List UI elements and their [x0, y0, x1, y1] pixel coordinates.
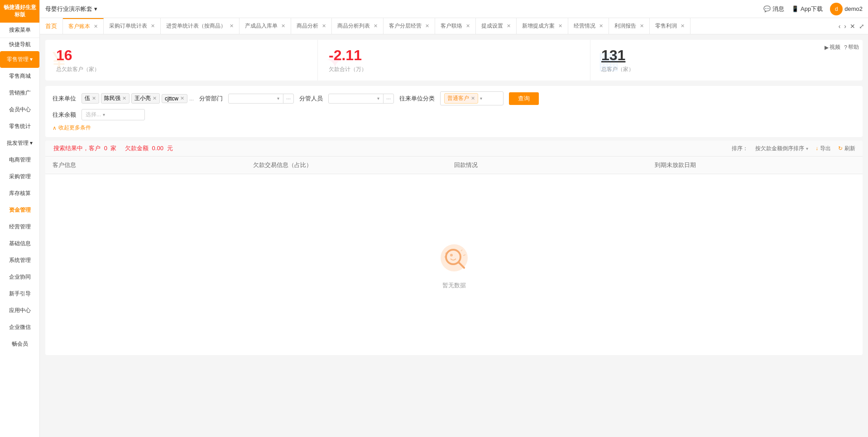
tab-home[interactable]: 首页 [40, 18, 63, 34]
tab-new-raise[interactable]: 新增提成方案 ✕ [517, 18, 568, 34]
tab-inbound-stats-close[interactable]: ✕ [230, 23, 234, 29]
collapse-up-icon: ∧ [53, 125, 57, 131]
user-profile[interactable]: d demo2 [830, 3, 863, 15]
tab-customer-tier-close[interactable]: ✕ [425, 23, 429, 29]
filter-dept-select[interactable]: ▾ ··· [228, 94, 294, 104]
filter-unit-type-select[interactable]: 普通客户 ✕ ▾ [440, 91, 504, 105]
video-help-area: ▶ 视频 ? 帮助 [825, 43, 859, 51]
tab-product-analysis-close[interactable]: ✕ [322, 23, 326, 29]
export-button[interactable]: ↓ 导出 [815, 145, 831, 152]
filter-dept-inner[interactable]: ▾ [229, 95, 283, 102]
org-selector[interactable]: 母婴行业演示帐套 ▾ [45, 5, 97, 13]
tab-customer-book-label: 客户账本 [68, 23, 90, 30]
filter-person-dots[interactable]: ··· [383, 94, 393, 103]
sidebar-item-search[interactable]: 搜索菜单 [0, 23, 39, 38]
tab-product-analysis-list-label: 商品分析列表 [337, 22, 370, 30]
sidebar-item-enterprise-wechat[interactable]: 企业微信 [0, 319, 39, 336]
table-wrapper: 搜索结果中，客户 0 家 欠款金额 0.00 元 排序： 按欠款金额倒序排序 ▾ [45, 141, 863, 355]
sidebar-item-member[interactable]: 会员中心 [0, 101, 39, 118]
tab-next-button[interactable]: › [844, 23, 846, 30]
tabbar-controls: ‹ › ✕ ⤢ [835, 23, 868, 30]
tab-new-raise-close[interactable]: ✕ [558, 23, 562, 29]
video-icon: ▶ [825, 44, 829, 51]
help-icon: ? [844, 44, 847, 51]
app-download-button[interactable]: 📱 App下载 [791, 5, 823, 13]
stat-icon-2: ✦ [325, 47, 345, 74]
sidebar-item-basic-info[interactable]: 基础信息 [0, 235, 39, 252]
collapse-button[interactable]: ∧ 收起更多条件 [53, 124, 855, 132]
filter-unit-type-label: 往来单位分类 [399, 95, 435, 103]
tab-close-all-button[interactable]: ✕ [850, 23, 855, 30]
sidebar-item-newbie[interactable]: 新手引导 [0, 285, 39, 302]
tab-home-label: 首页 [45, 22, 57, 30]
message-button[interactable]: 💬 消息 [763, 5, 784, 13]
sidebar-item-quick-nav[interactable]: 快捷导航 [0, 38, 39, 51]
tab-profit-report-close[interactable]: ✕ [640, 23, 644, 29]
sidebar-item-system[interactable]: 系统管理 [0, 252, 39, 269]
query-button[interactable]: 查询 [509, 92, 539, 105]
filter-dept-dots[interactable]: ··· [283, 94, 293, 103]
org-dropdown-icon[interactable]: ▾ [94, 5, 97, 12]
tab-raise-settings[interactable]: 提成设置 ✕ [476, 18, 517, 34]
tab-customer-book[interactable]: 客户账本 ✕ [63, 18, 104, 34]
result-sort-select[interactable]: 按欠款金额倒序排序 ▾ [755, 145, 808, 152]
tab-operations-label: 经营情况 [574, 22, 595, 30]
help-button[interactable]: ? 帮助 [844, 43, 859, 51]
tab-product-inbound[interactable]: 产成品入库单 ✕ [240, 18, 291, 34]
sidebar-item-label: 零售管理 [7, 56, 29, 62]
tab-product-analysis-list-close[interactable]: ✕ [374, 23, 378, 29]
sidebar-item-purchase[interactable]: 采购管理 [0, 168, 39, 185]
tab-purchase-order-close[interactable]: ✕ [151, 23, 155, 29]
result-actions: 排序： 按欠款金额倒序排序 ▾ ↓ 导出 ↻ 刷新 [732, 145, 855, 152]
tab-purchase-order[interactable]: 采购订单统计表 ✕ [104, 18, 161, 34]
video-button[interactable]: ▶ 视频 [825, 43, 840, 51]
sidebar-item-app-center[interactable]: 应用中心 [0, 302, 39, 319]
filter-person-inner[interactable]: ▾ [329, 95, 383, 102]
tab-customer-contact-close[interactable]: ✕ [466, 23, 470, 29]
app-download-icon: 📱 [791, 5, 799, 12]
sidebar-item-inventory[interactable]: 库存核算 [0, 185, 39, 202]
tab-customer-book-close[interactable]: ✕ [94, 24, 98, 29]
sidebar-item-operations-mgmt[interactable]: 经营管理 [0, 218, 39, 235]
sidebar-item-wholesale-mgmt[interactable]: 批发管理 ▾ [0, 135, 39, 152]
tab-product-analysis[interactable]: 商品分析 ✕ [291, 18, 332, 34]
stat-icon-1: ¥ [53, 47, 66, 74]
tab-inbound-stats[interactable]: 进货单统计表（按商品） ✕ [161, 18, 240, 34]
sidebar-item-finance[interactable]: 资金管理 [0, 202, 39, 218]
page-content-area: ¥ 16 总欠款客户（家） ✦ -2.11 欠款合计（万） ▦ 131 总客户（… [40, 34, 868, 437]
tab-raise-settings-close[interactable]: ✕ [507, 23, 511, 29]
filter-person-select[interactable]: ▾ ··· [328, 94, 394, 104]
empty-text: 暂无数据 [442, 281, 466, 290]
tab-customer-tier[interactable]: 客户分层经营 ✕ [384, 18, 435, 34]
sidebar-item-retail-shop[interactable]: 零售商城 [0, 68, 39, 85]
filter-tag-chen-remove[interactable]: ✕ [122, 95, 126, 101]
topbar-left: 母婴行业演示帐套 ▾ [45, 5, 97, 13]
tab-retail-profit-close[interactable]: ✕ [681, 23, 685, 29]
tab-product-analysis-list[interactable]: 商品分析列表 ✕ [332, 18, 384, 34]
sidebar-item-enterprise[interactable]: 企业协同 [0, 269, 39, 285]
filter-tag-wang-remove[interactable]: ✕ [153, 95, 157, 101]
tab-operations[interactable]: 经营情况 ✕ [568, 18, 609, 34]
filter-unit-more[interactable]: ... [189, 95, 194, 102]
main-area: 母婴行业演示帐套 ▾ 💬 消息 📱 App下载 d demo2 首页 客户账本 [40, 0, 868, 437]
tab-expand-button[interactable]: ⤢ [859, 23, 864, 30]
page-content: ¥ 16 总欠款客户（家） ✦ -2.11 欠款合计（万） ▦ 131 总客户（… [40, 34, 868, 361]
tab-customer-contact[interactable]: 客户联络 ✕ [435, 18, 476, 34]
filter-tag-wu-remove[interactable]: ✕ [92, 95, 96, 101]
tab-product-inbound-close[interactable]: ✕ [281, 23, 285, 29]
filter-tag-cjttcw-remove[interactable]: ✕ [180, 95, 184, 101]
sidebar-item-retail-stats[interactable]: 零售统计 [0, 118, 39, 135]
filter-unit-type-tag-remove[interactable]: ✕ [471, 95, 475, 101]
filter-remaining-select[interactable]: 选择... ▾ [82, 109, 145, 120]
sidebar-item-ecommerce[interactable]: 电商管理 [0, 152, 39, 168]
sidebar: 畅捷通好生意 标版 搜索菜单 快捷导航 零售管理 ▾ 零售商城 营销推广 会员中… [0, 0, 40, 437]
tab-retail-profit[interactable]: 零售利润 ✕ [650, 18, 691, 34]
tab-prev-button[interactable]: ‹ [839, 23, 841, 30]
sidebar-item-retail-mgmt[interactable]: 零售管理 ▾ [0, 51, 39, 68]
filter-tag-wang-label: 王小亮 [134, 95, 151, 102]
sidebar-item-member-plus[interactable]: 畅会员 [0, 336, 39, 352]
tab-operations-close[interactable]: ✕ [599, 23, 603, 29]
tab-profit-report[interactable]: 利润报告 ✕ [609, 18, 650, 34]
refresh-button[interactable]: ↻ 刷新 [838, 145, 855, 152]
sidebar-item-marketing[interactable]: 营销推广 [0, 85, 39, 101]
